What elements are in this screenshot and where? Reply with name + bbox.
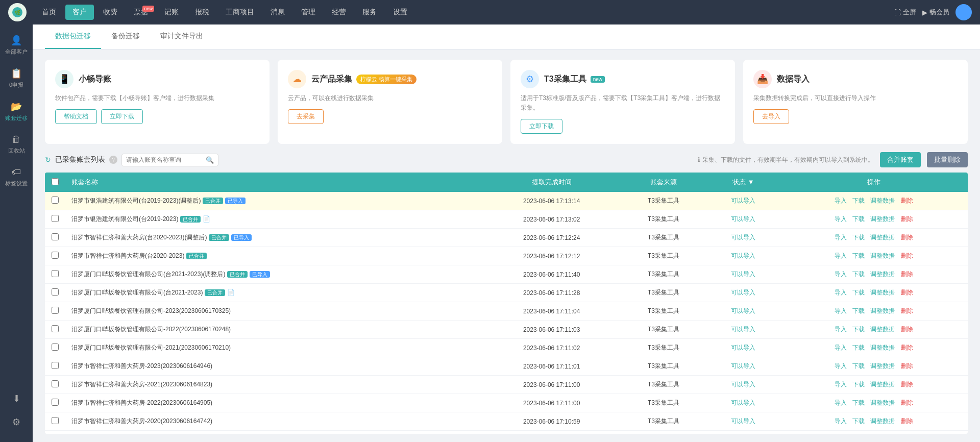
action-adjust[interactable]: 调整数据 — [870, 326, 895, 333]
action-import[interactable]: 导入 — [835, 289, 847, 296]
file-icon[interactable]: 📄 — [227, 289, 235, 296]
action-delete[interactable]: 删除 — [901, 381, 913, 388]
action-adjust[interactable]: 调整数据 — [870, 399, 895, 406]
action-download[interactable]: 下载 — [852, 307, 865, 314]
nav-industry[interactable]: 工商项目 — [218, 5, 261, 20]
action-adjust[interactable]: 调整数据 — [870, 381, 895, 388]
action-adjust[interactable]: 调整数据 — [870, 307, 895, 314]
sidebar-item-tag-settings[interactable]: 🏷 标签设置 — [0, 161, 33, 193]
file-icon[interactable]: 📄 — [203, 215, 210, 223]
action-import[interactable]: 导入 — [835, 252, 847, 259]
row-checkbox[interactable] — [52, 380, 59, 387]
row-checkbox[interactable] — [52, 362, 59, 369]
sidebar-item-recycle[interactable]: 🗑 回收站 — [0, 128, 33, 161]
row-checkbox[interactable] — [52, 288, 59, 296]
tab-backup-migration[interactable]: 备份迁移 — [101, 24, 150, 49]
action-delete[interactable]: 删除 — [901, 289, 913, 296]
action-delete[interactable]: 删除 — [901, 362, 913, 370]
action-download[interactable]: 下载 — [852, 252, 865, 259]
action-download[interactable]: 下载 — [852, 399, 865, 406]
btn-go-collect[interactable]: 去采集 — [288, 109, 324, 124]
action-adjust[interactable]: 调整数据 — [870, 362, 895, 370]
row-checkbox[interactable] — [52, 307, 59, 314]
vip-btn[interactable]: ▶ 畅会员 — [922, 8, 949, 17]
row-checkbox[interactable] — [52, 325, 59, 332]
action-import[interactable]: 导入 — [835, 307, 847, 314]
search-input[interactable] — [126, 156, 203, 163]
action-import[interactable]: 导入 — [835, 418, 847, 425]
row-checkbox[interactable] — [52, 343, 59, 351]
action-adjust[interactable]: 调整数据 — [870, 197, 895, 204]
btn-download-xiaochang[interactable]: 立即下载 — [101, 109, 143, 124]
nav-operation[interactable]: 经营 — [325, 5, 353, 20]
action-import[interactable]: 导入 — [835, 197, 847, 204]
search-icon[interactable]: 🔍 — [206, 156, 214, 164]
action-download[interactable]: 下载 — [852, 344, 865, 351]
btn-go-import[interactable]: 去导入 — [753, 109, 789, 124]
action-adjust[interactable]: 调整数据 — [870, 344, 895, 351]
action-download[interactable]: 下载 — [852, 234, 865, 241]
nav-invoice[interactable]: 票据new — [127, 5, 155, 20]
action-adjust[interactable]: 调整数据 — [870, 215, 895, 223]
nav-service[interactable]: 服务 — [355, 5, 384, 20]
nav-customer[interactable]: 客户 — [65, 5, 94, 20]
action-import[interactable]: 导入 — [835, 344, 847, 351]
avatar[interactable] — [955, 4, 972, 20]
action-delete[interactable]: 删除 — [901, 271, 913, 278]
merge-btn[interactable]: 合并账套 — [880, 152, 921, 167]
action-delete[interactable]: 删除 — [901, 252, 913, 259]
action-adjust[interactable]: 调整数据 — [870, 418, 895, 425]
action-delete[interactable]: 删除 — [901, 418, 913, 425]
sidebar-item-account-migration[interactable]: 📂 账套迁移 — [0, 95, 33, 128]
action-import[interactable]: 导入 — [835, 399, 847, 406]
nav-tax[interactable]: 报税 — [188, 5, 216, 20]
col-status[interactable]: 状态 ▼ — [707, 173, 780, 192]
action-import[interactable]: 导入 — [835, 271, 847, 278]
action-download[interactable]: 下载 — [852, 326, 865, 333]
action-download[interactable]: 下载 — [852, 197, 865, 204]
action-import[interactable]: 导入 — [835, 234, 847, 241]
btn-download-t3[interactable]: 立即下载 — [521, 119, 562, 134]
action-download[interactable]: 下载 — [852, 381, 865, 388]
action-download[interactable]: 下载 — [852, 362, 865, 370]
action-adjust[interactable]: 调整数据 — [870, 289, 895, 296]
action-delete[interactable]: 删除 — [901, 344, 913, 351]
nav-bookkeeping[interactable]: 记账 — [157, 5, 186, 20]
nav-manage[interactable]: 管理 — [294, 5, 323, 20]
action-import[interactable]: 导入 — [835, 215, 847, 223]
tab-data-migration[interactable]: 数据包迁移 — [45, 24, 101, 49]
select-all-checkbox[interactable] — [52, 178, 59, 185]
action-import[interactable]: 导入 — [835, 362, 847, 370]
row-checkbox[interactable] — [52, 197, 59, 204]
nav-message[interactable]: 消息 — [263, 5, 292, 20]
refresh-icon[interactable]: ↻ — [45, 156, 51, 164]
sidebar-item-zero-report[interactable]: 📋 0申报 — [0, 62, 33, 95]
row-checkbox[interactable] — [52, 270, 59, 277]
action-download[interactable]: 下载 — [852, 215, 865, 223]
action-delete[interactable]: 删除 — [901, 326, 913, 333]
action-adjust[interactable]: 调整数据 — [870, 271, 895, 278]
fullscreen-btn[interactable]: ⛶ 全屏 — [894, 8, 916, 17]
action-delete[interactable]: 删除 — [901, 215, 913, 223]
batch-delete-btn[interactable]: 批量删除 — [927, 152, 968, 167]
action-adjust[interactable]: 调整数据 — [870, 252, 895, 259]
action-delete[interactable]: 删除 — [901, 197, 913, 204]
help-icon[interactable]: ? — [109, 156, 117, 164]
row-checkbox[interactable] — [52, 252, 59, 259]
action-delete[interactable]: 删除 — [901, 399, 913, 406]
row-checkbox[interactable] — [52, 215, 59, 222]
action-delete[interactable]: 删除 — [901, 307, 913, 314]
sidebar-item-user-settings[interactable]: ⚙ — [8, 410, 24, 434]
action-import[interactable]: 导入 — [835, 326, 847, 333]
row-checkbox[interactable] — [52, 399, 59, 406]
row-checkbox[interactable] — [52, 233, 59, 240]
nav-home[interactable]: 首页 — [35, 5, 63, 20]
row-checkbox[interactable] — [52, 417, 59, 424]
action-import[interactable]: 导入 — [835, 381, 847, 388]
action-download[interactable]: 下载 — [852, 271, 865, 278]
nav-fee[interactable]: 收费 — [96, 5, 125, 20]
action-adjust[interactable]: 调整数据 — [870, 234, 895, 241]
action-download[interactable]: 下载 — [852, 418, 865, 425]
sidebar-item-download[interactable]: ⬇ — [8, 387, 24, 410]
action-download[interactable]: 下载 — [852, 289, 865, 296]
